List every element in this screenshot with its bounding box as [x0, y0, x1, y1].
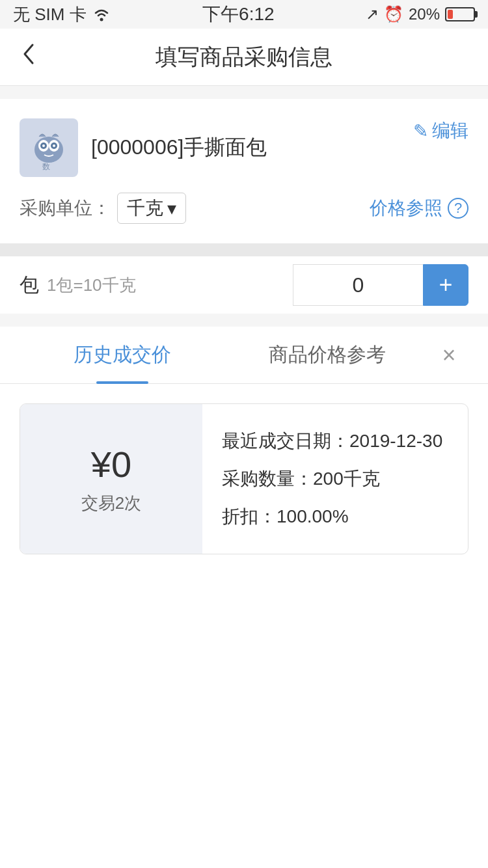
location-icon: ↗ — [366, 5, 379, 23]
svg-text:数: 数 — [42, 162, 50, 170]
price-reference-button[interactable]: 价格参照 ? — [370, 196, 468, 221]
unit-badge: 包 — [20, 272, 39, 299]
tab-history-price[interactable]: 历史成交价 — [20, 327, 224, 384]
bottom-area — [0, 574, 488, 868]
tab-product-price-ref-label: 商品价格参考 — [269, 342, 386, 368]
svg-point-0 — [100, 18, 103, 21]
back-button[interactable] — [20, 40, 59, 74]
product-left: 数 [0000006]手撕面包 — [20, 118, 267, 177]
alarm-icon: ⏰ — [384, 5, 403, 23]
battery-fill — [448, 10, 453, 19]
close-icon: × — [442, 342, 455, 369]
unit-conversion: 1包=10千克 — [47, 274, 136, 297]
product-unit-row: 采购单位： 千克 ▾ 价格参照 ? — [20, 193, 468, 224]
discount-label: 折扣： — [222, 506, 277, 526]
quantity-input[interactable] — [293, 264, 423, 306]
recent-date-row: 最近成交日期：2019-12-30 — [222, 427, 448, 455]
price-card-left: ¥0 交易2次 — [20, 404, 202, 554]
price-currency: ¥ — [91, 444, 111, 485]
tabs-close-button[interactable]: × — [429, 336, 468, 375]
quantity-unit-info: 包 1包=10千克 — [20, 272, 136, 299]
price-amount: ¥0 — [91, 443, 131, 485]
battery-icon — [445, 7, 475, 21]
purchase-qty-value: 200千克 — [313, 468, 380, 489]
product-header: 数 [0000006]手撕面包 ✎ 编辑 — [20, 118, 468, 177]
unit-selector[interactable]: 千克 ▾ — [117, 193, 186, 224]
status-right: ↗ ⏰ 20% — [366, 5, 475, 23]
recent-date-value: 2019-12-30 — [349, 431, 442, 451]
dropdown-arrow-icon: ▾ — [167, 198, 176, 219]
status-bar: 无 SIM 卡 下午6:12 ↗ ⏰ 20% — [0, 0, 488, 29]
price-card-right: 最近成交日期：2019-12-30 采购数量：200千克 折扣：100.00% — [202, 404, 468, 554]
quantity-input-group: + — [293, 264, 468, 306]
status-left: 无 SIM 卡 — [13, 3, 111, 26]
product-name: [0000006]手撕面包 — [91, 133, 267, 162]
tab-content: ¥0 交易2次 最近成交日期：2019-12-30 采购数量：200千克 折扣：… — [0, 384, 488, 574]
nav-bar: 填写商品采购信息 — [0, 29, 488, 86]
carrier-text: 无 SIM 卡 — [13, 3, 87, 26]
purchase-qty-label: 采购数量： — [222, 468, 313, 489]
plus-icon: + — [439, 271, 452, 299]
price-card: ¥0 交易2次 最近成交日期：2019-12-30 采购数量：200千克 折扣：… — [20, 403, 468, 554]
edit-icon: ✎ — [413, 120, 428, 142]
discount-value: 100.00% — [277, 506, 349, 526]
price-ref-label: 价格参照 — [370, 196, 442, 221]
tab-product-price-ref[interactable]: 商品价格参考 — [224, 327, 429, 384]
unit-label: 采购单位： — [20, 196, 111, 221]
wifi-icon — [92, 7, 111, 21]
product-card: 数 [0000006]手撕面包 ✎ 编辑 采购单位： 千克 ▾ 价格参照 ? — [0, 99, 488, 243]
recent-date-label: 最近成交日期： — [222, 431, 349, 451]
discount-row: 折扣：100.00% — [222, 503, 448, 530]
tab-history-price-label: 历史成交价 — [74, 342, 171, 368]
battery-percentage: 20% — [409, 5, 440, 23]
edit-label: 编辑 — [432, 118, 468, 143]
svg-point-7 — [53, 144, 55, 147]
tabs-section: 历史成交价 商品价格参考 × ¥0 交易2次 最近成交日期：2019-12-30… — [0, 327, 488, 574]
svg-point-1 — [34, 137, 63, 163]
product-logo-icon: 数 — [26, 125, 72, 170]
price-value: 0 — [111, 444, 131, 485]
svg-point-6 — [42, 144, 45, 147]
quantity-plus-button[interactable]: + — [423, 264, 468, 306]
status-time: 下午6:12 — [202, 2, 275, 27]
unit-value: 千克 — [127, 196, 163, 221]
edit-button[interactable]: ✎ 编辑 — [413, 118, 468, 143]
page-title: 填写商品采购信息 — [156, 42, 332, 72]
help-icon: ? — [448, 198, 468, 219]
purchase-qty-row: 采购数量：200千克 — [222, 465, 448, 493]
quantity-row: 包 1包=10千克 + — [0, 256, 488, 314]
price-transactions: 交易2次 — [81, 492, 141, 515]
tabs-header: 历史成交价 商品价格参考 × — [0, 327, 488, 384]
product-thumbnail: 数 — [20, 118, 78, 177]
section-divider — [0, 243, 488, 256]
